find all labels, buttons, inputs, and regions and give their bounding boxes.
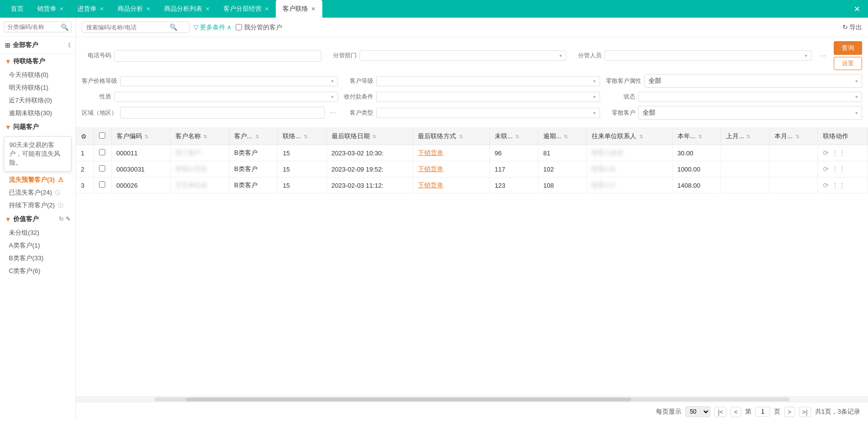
filter-btn[interactable]: ▽ 更多条件 ∧ xyxy=(193,23,232,32)
more-dots-region[interactable]: ··· xyxy=(328,108,338,117)
sidebar-item-b-class[interactable]: B类客户(33) xyxy=(0,252,75,265)
filter-department-select[interactable]: ▾ xyxy=(360,50,567,61)
sort-contact[interactable]: ⇅ xyxy=(304,134,308,139)
window-close[interactable]: ✕ xyxy=(850,4,864,14)
customer-table: ⚙ 客户编码 ⇅ 客户名称 ⇅ xyxy=(76,128,868,194)
sort-name[interactable]: ⇅ xyxy=(203,134,207,139)
action-link-icon-2[interactable]: ⟳ xyxy=(823,165,829,173)
last-method-link-3[interactable]: 下销货单 xyxy=(418,181,443,189)
sidebar-item-today[interactable]: 今天待联络(0) xyxy=(0,69,75,81)
settings-btn[interactable]: 设置 xyxy=(834,57,862,70)
my-customer-checkbox[interactable] xyxy=(236,24,242,30)
churn-tooltip: 90天未交易的客户，可能有流失风险。 xyxy=(4,136,72,172)
td-lastmethod-3: 下销货单 xyxy=(413,177,489,194)
sort-thismonth[interactable]: ⇅ xyxy=(796,134,799,139)
sidebar-all-customers[interactable]: ⊞ 全部客户 《 xyxy=(0,37,75,54)
toolbar-search-input[interactable] xyxy=(86,24,169,31)
last-method-link-1[interactable]: 下销货单 xyxy=(418,149,443,156)
tab-product-list[interactable]: 商品分析列表 ✕ xyxy=(157,0,217,18)
td-code-2: 00030031 xyxy=(111,161,170,177)
filter-region-input[interactable] xyxy=(120,107,325,119)
next-page-btn[interactable]: > xyxy=(784,407,795,417)
per-page-select[interactable]: 50 100 200 xyxy=(685,406,710,417)
tab-customer-tier-close[interactable]: ✕ xyxy=(265,6,269,12)
sort-overdue[interactable]: ⇅ xyxy=(564,134,568,139)
action-link-icon-3[interactable]: ⟳ xyxy=(823,181,829,189)
more-dots-1[interactable]: ··· xyxy=(818,51,828,60)
filter-price-level-select[interactable]: ▾ xyxy=(120,76,338,86)
filter-nature-select[interactable]: ▾ xyxy=(114,92,338,102)
td-action-1: ⟳ ⋮⋮ xyxy=(818,145,868,161)
tab-product-analysis[interactable]: 商品分析 ✕ xyxy=(111,0,157,18)
td-check-1 xyxy=(94,145,111,161)
tab-purchase-close[interactable]: ✕ xyxy=(99,6,104,12)
horizontal-scrollbar[interactable] xyxy=(76,396,868,402)
last-page-btn[interactable]: >| xyxy=(799,407,811,417)
filter-status-select[interactable]: ▾ xyxy=(638,92,862,102)
export-btn[interactable]: ↻ 导出 xyxy=(843,23,862,32)
sort-notcontacted[interactable]: ⇅ xyxy=(515,134,519,139)
tab-product-analysis-close[interactable]: ✕ xyxy=(146,6,150,12)
action-menu-icon-1[interactable]: ⋮⋮ xyxy=(832,149,845,157)
sidebar-group-value[interactable]: ▼ 价值客户 ↻ ✎ xyxy=(0,212,75,226)
query-btn[interactable]: 查询 xyxy=(834,41,862,55)
td-contacts-3: 联系人C xyxy=(587,177,672,194)
prev-page-btn[interactable]: < xyxy=(730,407,741,417)
row-checkbox-2[interactable] xyxy=(99,165,105,172)
filter-person-select[interactable]: ▾ xyxy=(604,50,812,61)
refresh-icon-value[interactable]: ↻ xyxy=(59,216,64,223)
filter-retail-customer-select[interactable]: 全部 ▾ xyxy=(638,106,862,120)
sort-type[interactable]: ⇅ xyxy=(255,134,259,139)
table-row: 2 00030031 李四公司名 B类客户 15 2023-02-09 19:5… xyxy=(76,161,868,177)
th-contacts-person: 往来单位联系人 ⇅ xyxy=(587,128,672,145)
filter-phone-input[interactable] xyxy=(114,50,321,62)
tab-sales[interactable]: 销货单 ✕ xyxy=(30,0,71,18)
action-menu-icon-3[interactable]: ⋮⋮ xyxy=(832,181,845,189)
sidebar-item-churned[interactable]: 已流失客户(24) ⓘ xyxy=(0,186,75,199)
tab-customer-contact-close[interactable]: ✕ xyxy=(311,6,315,12)
first-page-btn[interactable]: |< xyxy=(714,407,726,417)
action-menu-icon-2[interactable]: ⋮⋮ xyxy=(832,165,845,173)
sort-contactperson[interactable]: ⇅ xyxy=(639,134,643,139)
tab-purchase[interactable]: 进货单 ✕ xyxy=(71,0,111,18)
row-checkbox-3[interactable] xyxy=(99,181,105,188)
tab-home[interactable]: 首页 xyxy=(4,0,30,18)
action-link-icon-1[interactable]: ⟳ xyxy=(823,149,829,157)
settings-icon[interactable]: ⚙ xyxy=(81,133,87,140)
tab-sales-close[interactable]: ✕ xyxy=(59,6,64,12)
sidebar-group-problem[interactable]: ▼ 问题客户 xyxy=(0,120,75,134)
footer: 每页显示 50 100 200 |< < 第 页 > >| 共1页，3条记录 xyxy=(76,402,868,421)
sidebar-item-a-class[interactable]: A类客户(1) xyxy=(0,239,75,252)
scrollbar-thumb[interactable] xyxy=(186,397,631,401)
filter-customer-level-select[interactable]: ▾ xyxy=(376,76,600,86)
chevron-down-custtype: ▾ xyxy=(593,110,596,116)
filter-retail-attr-select[interactable]: 全部 ▾ xyxy=(644,74,862,88)
sidebar-item-ungrouped[interactable]: 未分组(32) xyxy=(0,226,75,239)
tab-customer-tier[interactable]: 客户分层经营 ✕ xyxy=(217,0,276,18)
sidebar: 🔍 ⊞ 全部客户 《 ▼ 待联络客户 今天待联络(0) 明天待联络(1) 近7天… xyxy=(0,18,76,421)
sidebar-item-declining[interactable]: 持续下滑客户(2) ⓘ xyxy=(0,199,75,212)
sort-lastdate[interactable]: ⇅ xyxy=(372,134,376,139)
sort-code[interactable]: ⇅ xyxy=(145,134,148,139)
row-checkbox-1[interactable] xyxy=(99,149,105,155)
filter-customer-type-select[interactable]: ▾ xyxy=(376,108,600,118)
my-customer-checkbox-container: 我分管的客户 xyxy=(236,23,282,32)
sidebar-item-churn-warning[interactable]: 流失预警客户(3) ⚠ xyxy=(0,173,75,186)
td-thisyear-2: 1000.00 xyxy=(672,161,721,177)
last-method-link-2[interactable]: 下销货单 xyxy=(418,165,443,173)
filter-payment-select[interactable]: ▾ xyxy=(376,92,600,102)
sort-lastmethod[interactable]: ⇅ xyxy=(459,134,463,139)
tab-product-list-close[interactable]: ✕ xyxy=(205,6,210,12)
sidebar-item-7days[interactable]: 近7天待联络(0) xyxy=(0,94,75,107)
tab-customer-contact[interactable]: 客户联络 ✕ xyxy=(276,0,322,18)
toolbar-search-icon[interactable]: 🔍 xyxy=(169,24,177,31)
page-input[interactable] xyxy=(755,407,770,417)
sidebar-group-pending[interactable]: ▼ 待联络客户 xyxy=(0,54,75,69)
sort-lastmonth[interactable]: ⇅ xyxy=(747,134,750,139)
select-all-checkbox[interactable] xyxy=(99,132,105,139)
sort-thisyear[interactable]: ⇅ xyxy=(698,134,702,139)
edit-icon-value[interactable]: ✎ xyxy=(66,216,71,223)
sidebar-item-tomorrow[interactable]: 明天待联络(1) xyxy=(0,81,75,94)
sidebar-item-overdue[interactable]: 逾期未联络(30) xyxy=(0,107,75,120)
sidebar-item-c-class[interactable]: C类客户(6) xyxy=(0,265,75,277)
